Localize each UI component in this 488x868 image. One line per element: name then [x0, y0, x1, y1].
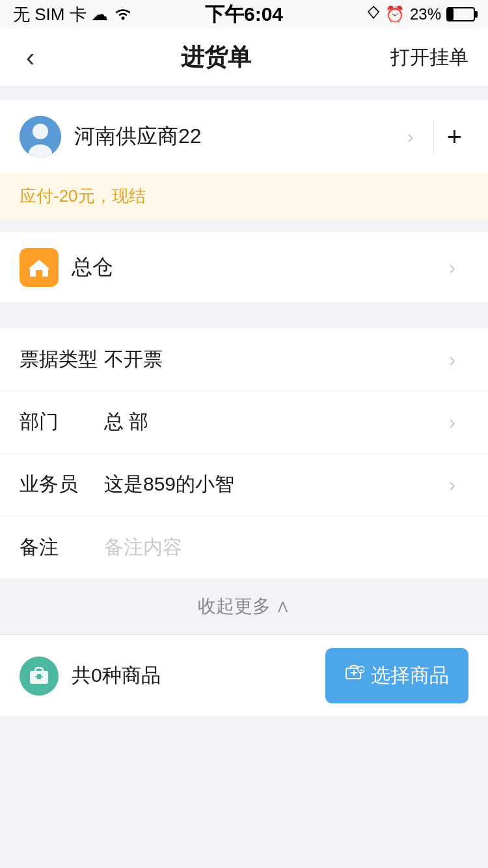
- add-button[interactable]: +: [441, 122, 468, 152]
- clock-icon: ⏰: [385, 5, 405, 23]
- warehouse-icon: [20, 248, 59, 287]
- bottom-bar: 共0种商品 + 选择商品: [0, 634, 488, 716]
- department-value: 总 部: [104, 409, 449, 435]
- vertical-divider: [433, 120, 434, 153]
- notice-text: 应付-20元，现结: [20, 186, 146, 206]
- salesperson-value: 这是859的小智: [104, 471, 449, 498]
- divider-1: [0, 87, 488, 100]
- avatar: [20, 116, 61, 157]
- warehouse-section: 总仓 ›: [0, 232, 488, 303]
- department-label: 部门: [20, 409, 104, 435]
- nav-bar: ‹ 进货单 打开挂单: [0, 29, 488, 87]
- invoice-row[interactable]: 票据类型 不开票 ›: [0, 329, 488, 391]
- salesperson-row[interactable]: 业务员 这是859的小智 ›: [0, 454, 488, 516]
- supplier-name: 河南供应商22: [74, 122, 407, 151]
- notice-bar: 应付-20元，现结: [0, 173, 488, 219]
- divider-3: [0, 303, 488, 316]
- remark-row[interactable]: 备注 备注内容: [0, 516, 488, 578]
- status-bar: 无 SIM 卡 ☁ 下午6:04 ⏰ 23%: [0, 0, 488, 29]
- status-left: 无 SIM 卡 ☁: [13, 3, 133, 26]
- product-count: 共0种商品: [72, 662, 325, 689]
- product-icon: [20, 657, 59, 696]
- page-title: 进货单: [181, 42, 251, 74]
- warehouse-name: 总仓: [72, 253, 449, 282]
- select-product-label: 选择商品: [371, 662, 449, 689]
- invoice-label: 票据类型: [20, 346, 104, 373]
- status-time: 下午6:04: [205, 1, 283, 28]
- remark-label: 备注: [20, 534, 104, 561]
- location-icon: [367, 5, 380, 23]
- battery-icon: [446, 7, 475, 21]
- sim-status: 无 SIM 卡 ☁: [13, 3, 108, 26]
- warehouse-chevron-icon: ›: [449, 256, 455, 278]
- supplier-row[interactable]: 河南供应商22 › +: [0, 100, 488, 173]
- svg-rect-6: [36, 270, 42, 277]
- department-row[interactable]: 部门 总 部 ›: [0, 391, 488, 454]
- wifi-icon: [113, 5, 133, 25]
- collapse-button[interactable]: 收起更多 ∧: [0, 578, 488, 634]
- salesperson-chevron-icon: ›: [449, 474, 455, 496]
- divider-2: [0, 219, 488, 232]
- department-chevron-icon: ›: [449, 411, 455, 433]
- back-button[interactable]: ‹: [20, 36, 41, 79]
- select-product-button[interactable]: + 选择商品: [325, 648, 468, 703]
- svg-point-2: [33, 124, 48, 139]
- grey-area: [0, 716, 488, 868]
- collapse-label: 收起更多 ∧: [198, 594, 291, 619]
- open-pending-button[interactable]: 打开挂单: [390, 44, 468, 71]
- status-right: ⏰ 23%: [367, 5, 475, 23]
- cart-icon: +: [345, 664, 364, 687]
- form-section: 票据类型 不开票 › 部门 总 部 › 业务员 这是859的小智 › 备注 备注…: [0, 329, 488, 578]
- battery-percent: 23%: [410, 5, 441, 23]
- warehouse-row[interactable]: 总仓 ›: [0, 232, 488, 303]
- invoice-chevron-icon: ›: [449, 349, 455, 371]
- salesperson-label: 业务员: [20, 471, 104, 498]
- svg-rect-9: [37, 674, 41, 679]
- svg-text:+: +: [360, 668, 363, 673]
- remark-input[interactable]: 备注内容: [104, 534, 468, 561]
- invoice-value: 不开票: [104, 346, 449, 373]
- chevron-right-icon: ›: [407, 126, 414, 148]
- svg-marker-5: [29, 260, 49, 269]
- svg-point-0: [121, 16, 124, 20]
- supplier-section: 河南供应商22 › + 应付-20元，现结: [0, 100, 488, 219]
